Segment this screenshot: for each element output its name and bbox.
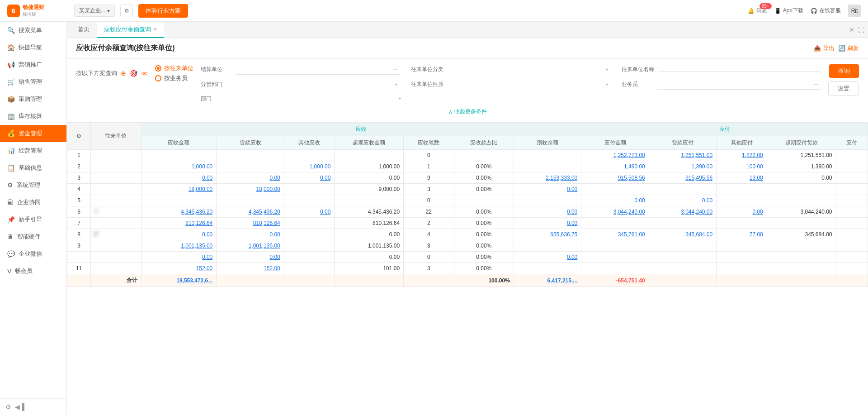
sidebar-item-finance[interactable]: 💰 资金管理: [0, 125, 66, 142]
col-ar-count: 应收笔数: [404, 136, 454, 150]
option-by-staff[interactable]: 按业务员: [155, 74, 193, 82]
sidebar-item-nav[interactable]: 🏠 快捷导航: [0, 39, 66, 56]
table-row: 21,000.001,000.001,000.0010.00%1,490.001…: [67, 161, 868, 172]
sidebar-item-marketing[interactable]: 📢 营销推广: [0, 56, 66, 73]
edit-filter-icon[interactable]: 🎯: [130, 70, 137, 77]
user-avatar[interactable]: Rit: [848, 5, 861, 17]
option-by-unit[interactable]: 按往来单位: [155, 64, 193, 72]
sidebar-item-corp[interactable]: 🏛 企业协同: [0, 194, 66, 211]
field-unit-name: 往来单位名称: [622, 66, 821, 73]
footer-label: 合计: [91, 274, 142, 287]
sidebar-item-inventory[interactable]: 🏢 库存核算: [0, 108, 66, 125]
tab-home[interactable]: 首页: [71, 22, 97, 38]
workspace-selector[interactable]: 某某企业... ▾: [74, 5, 115, 17]
field-salesperson: 业务员 ···: [622, 79, 821, 90]
sidebar-item-hardware[interactable]: 🖥 智能硬件: [0, 228, 66, 245]
sidebar-item-vip[interactable]: V 畅会员: [0, 262, 66, 280]
finance-icon: 💰: [7, 130, 15, 137]
col-ar-advance: 预收余额: [514, 136, 581, 150]
field-unit-nature: 往来单位性质 ▾: [411, 80, 610, 89]
solution-button[interactable]: 体验行业方案: [138, 4, 188, 18]
export-button[interactable]: 📤 导出: [814, 44, 835, 52]
page-title: 应收应付余额查询(按往来单位): [76, 43, 175, 53]
sidebar-item-search[interactable]: 🔍 搜索菜单: [0, 22, 66, 39]
sidebar-item-sales[interactable]: 🛒 销售管理: [0, 73, 66, 91]
inventory-icon: 🏢: [7, 113, 15, 120]
wechat-icon: 💬: [7, 250, 15, 258]
tab-balance[interactable]: 应收应付余额查询 ×: [97, 22, 164, 38]
search-icon: 🔍: [7, 27, 15, 34]
section-dept-input[interactable]: ▾: [236, 94, 404, 103]
col-company-header: 往来单位: [91, 123, 142, 150]
dots-icon-2: ···: [814, 81, 818, 87]
col-ar-amount: 应收金额: [141, 136, 217, 150]
collapse-filter-icon[interactable]: ≪: [141, 70, 148, 77]
footer-ar-ratio: 100.00%: [454, 274, 514, 287]
footer-ar-amount[interactable]: 19,553,472,6...: [141, 274, 217, 287]
field-unit-category: 往来单位分类 ▾: [411, 65, 610, 74]
table-row: 7810,126.64810,126.64810,126.6420.00%0.0…: [67, 218, 868, 229]
table-row: 0.000.000.0000.00%0.00: [67, 252, 868, 263]
sidebar-item-system[interactable]: ⚙ 系统管理: [0, 176, 66, 194]
sidebar-item-wechat[interactable]: 💬 企业微信: [0, 245, 66, 262]
unit-nature-input[interactable]: ▾: [447, 80, 610, 89]
settings-button[interactable]: 设置: [828, 81, 859, 96]
settlement-unit-input[interactable]: ···: [236, 64, 400, 75]
tab-close-icon[interactable]: ×: [154, 26, 157, 33]
dept-input[interactable]: ▾: [236, 80, 400, 89]
collapse-more-conditions[interactable]: ∧ 收起更多条件: [76, 105, 859, 116]
main-layout: 🔍 搜索菜单 🏠 快捷导航 📢 营销推广 🛒 销售管理 📦 采购管理 🏢 库存核…: [0, 22, 868, 415]
radio-by-staff: [155, 75, 161, 81]
table-row: 674,345,436.204,345,436.200.004,345,436.…: [67, 206, 868, 218]
page-header: 应收应付余额查询(按往来单位) 📤 导出 🔄 刷新: [67, 38, 868, 59]
col-settings[interactable]: ⚙: [67, 123, 91, 150]
field-settlement-unit: 结算单位 ···: [201, 64, 400, 75]
col-ap-col: 应付: [836, 136, 868, 150]
col-ar-ratio: 应收款占比: [454, 136, 514, 150]
field-dept: 分管部门 ▾: [201, 80, 400, 89]
search-fields: 结算单位 ··· 往来单位分类 ▾ 往来单位名称: [201, 64, 821, 105]
footer-ap-amount[interactable]: -654,751.40: [581, 274, 649, 287]
unit-category-input[interactable]: ▾: [447, 65, 610, 74]
gear-icon[interactable]: ⚙: [120, 5, 133, 17]
sidebar-bottom: ⚙ ◀▐: [0, 398, 66, 415]
col-ap-amount: 应付金额: [581, 136, 649, 150]
col-ar-other: 其他应收: [284, 136, 335, 150]
marketing-icon: 📢: [7, 61, 15, 68]
close-window-icon[interactable]: ✕: [849, 26, 854, 33]
top-bar: 6 畅捷通财 标准版 某某企业... ▾ ⚙ 体验行业方案 🔔 消息 99+ 📱…: [0, 0, 868, 22]
settings-bottom-icon[interactable]: ⚙: [5, 403, 11, 410]
purchase-icon: 📦: [7, 95, 15, 103]
query-button[interactable]: 查询: [829, 64, 859, 78]
table-row: 91,001,135.001,001,135.001,001,135.0030.…: [67, 240, 868, 252]
app-name: 畅捷通财: [23, 4, 44, 11]
sidebar-item-basic[interactable]: 📋 基础信息: [0, 159, 66, 176]
headset-icon: 🎧: [811, 8, 817, 14]
guide-icon: 📌: [7, 216, 15, 223]
app-logo-icon: 6: [7, 5, 20, 17]
collapse-sidebar-icon[interactable]: ◀▐: [15, 403, 24, 410]
bell-icon: 🔔: [748, 8, 755, 14]
sidebar-item-purchase[interactable]: 📦 采购管理: [0, 91, 66, 108]
topbar-center: 某某企业... ▾ ⚙ 体验行业方案: [74, 4, 748, 18]
col-ar-overdue: 超期应收金额: [335, 136, 404, 150]
add-filter-icon[interactable]: ⊕: [121, 70, 126, 77]
table-footer-row: 合计 19,553,472,6... 100.00% 6,417,215....…: [67, 274, 868, 287]
sales-icon: 🛒: [7, 78, 15, 86]
sidebar-item-guide[interactable]: 📌 新手引导: [0, 211, 66, 228]
col-ap-loan: 贷款应付: [649, 136, 716, 150]
online-service-button[interactable]: 🎧 在线客服: [811, 7, 841, 14]
sidebar-item-operations[interactable]: 📊 经营管理: [0, 142, 66, 159]
corp-icon: 🏛: [7, 199, 14, 206]
maximize-icon[interactable]: ⛶: [858, 26, 864, 33]
app-download-button[interactable]: 📱 App下载: [774, 7, 803, 14]
footer-ar-advance[interactable]: 6,417,215....: [514, 274, 581, 287]
message-button[interactable]: 🔔 消息 99+: [748, 7, 767, 14]
topbar-right: 🔔 消息 99+ 📱 App下载 🎧 在线客服 Rit: [748, 5, 861, 17]
salesperson-input[interactable]: ···: [657, 79, 821, 90]
chevron-down-icon-dept: ▾: [395, 82, 397, 87]
refresh-button[interactable]: 🔄 刷新: [838, 44, 859, 52]
home-icon: 🏠: [7, 44, 15, 51]
unit-name-input[interactable]: [658, 67, 821, 72]
table-row: 101,252,773.001,251,551.001,222.001,251,…: [67, 150, 868, 161]
